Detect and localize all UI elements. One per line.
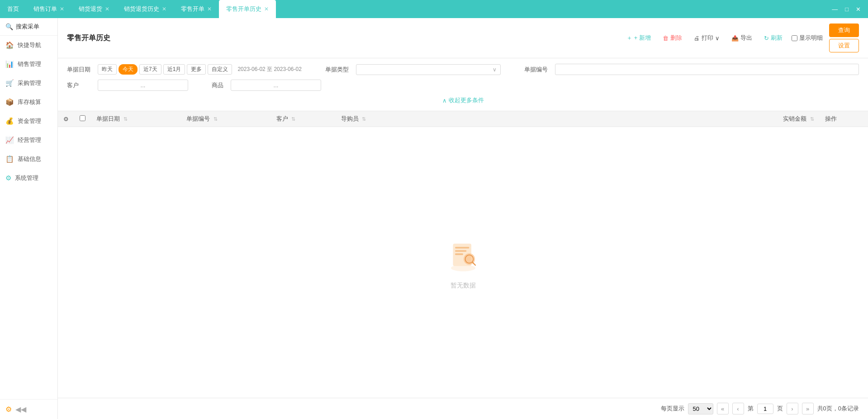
tab-sales-return-label: 销货退货 [79, 5, 102, 13]
print-button[interactable]: 🖨 打印 ∨ [691, 32, 722, 44]
goods-input[interactable]: ... [231, 80, 321, 91]
date-btn-today[interactable]: 今天 [119, 64, 138, 75]
th-action: 操作 [820, 111, 868, 127]
empty-state: 暂无数据 [58, 127, 868, 398]
number-sort-icon: ⇅ [213, 116, 218, 122]
prev-page-button[interactable]: ‹ [732, 403, 744, 414]
sidebar-item-quick-nav[interactable]: 🏠 快捷导航 [0, 36, 57, 55]
inventory-icon: 📦 [5, 98, 14, 106]
print-dropdown-icon: ∨ [715, 35, 720, 42]
table-header-row: ⚙ 单据日期 ⇅ 单据编号 ⇅ [58, 111, 868, 127]
svg-rect-3 [455, 250, 466, 252]
tab-sales-return-history-label: 销货退货历史 [124, 5, 159, 13]
per-page-select[interactable]: 50 10 20 100 [688, 403, 713, 414]
customer-input[interactable]: ... [98, 80, 188, 91]
sidebar-collapse-icon[interactable]: ◀◀ [15, 405, 26, 414]
sidebar-item-finance[interactable]: 💰 资金管理 [0, 112, 57, 131]
search-icon: 🔍 [5, 23, 13, 30]
delete-label: 删除 [670, 34, 682, 42]
refresh-label: 刷新 [771, 34, 783, 42]
tab-sales-return[interactable]: 销货退货 ✕ [71, 0, 117, 18]
query-button[interactable]: 查询 [829, 24, 859, 37]
date-btn-7days[interactable]: 近7天 [139, 64, 161, 75]
tab-sales-order[interactable]: 销售订单 ✕ [26, 0, 71, 18]
refresh-icon: ↻ [764, 35, 769, 42]
sales-icon: 📊 [5, 60, 14, 68]
th-number[interactable]: 单据编号 ⇅ [181, 111, 271, 127]
th-customer[interactable]: 客户 ⇅ [271, 111, 336, 127]
content-area: 零售开单历史 ＋ + 新增 🗑 删除 🖨 打印 ∨ 📤 导出 [58, 18, 868, 419]
sidebar-item-system[interactable]: ⚙ 系统管理 [0, 169, 57, 188]
collapse-label: 收起更多条件 [449, 96, 484, 104]
sidebar-item-inventory[interactable]: 📦 库存核算 [0, 93, 57, 112]
tab-home-label: 首页 [7, 5, 19, 13]
tab-list: 首页 销售订单 ✕ 销货退货 ✕ 销货退货历史 ✕ 零售开单 ✕ 零售开单历史 … [0, 0, 868, 18]
th-salesperson[interactable]: 导购员 ⇅ [336, 111, 413, 127]
add-button[interactable]: ＋ + 新增 [624, 32, 654, 44]
finance-icon: 💰 [5, 117, 14, 125]
export-button[interactable]: 📤 导出 [729, 32, 755, 44]
filter-row-more: 客户 ... 商品 ... [67, 80, 859, 91]
sidebar-bottom: ⚙ ◀◀ [0, 399, 57, 419]
svg-rect-2 [455, 247, 470, 249]
tab-retail-order[interactable]: 零售开单 ✕ [174, 0, 219, 18]
th-checkbox [74, 111, 91, 127]
tab-retail-order-history[interactable]: 零售开单历史 ✕ [219, 0, 276, 18]
sidebar: 🔍 搜索采单 🏠 快捷导航 📊 销售管理 🛒 采购管理 📦 库存核算 💰 资金管… [0, 18, 58, 419]
table-gear-icon[interactable]: ⚙ [63, 116, 69, 122]
refresh-button[interactable]: ↻ 刷新 [761, 32, 785, 44]
show-detail-checkbox[interactable] [792, 35, 797, 41]
tab-sales-return-history[interactable]: 销货退货历史 ✕ [117, 0, 174, 18]
tab-home[interactable]: 首页 [0, 0, 26, 18]
goods-label: 商品 [212, 81, 223, 89]
sidebar-item-purchase-label: 采购管理 [18, 79, 41, 87]
amount-sort-icon: ⇅ [810, 116, 814, 122]
page-prefix-label: 第 [748, 405, 754, 413]
sidebar-search[interactable]: 🔍 搜索采单 [0, 18, 57, 36]
th-customer-label: 客户 [276, 115, 288, 122]
tab-sales-order-close[interactable]: ✕ [60, 6, 64, 12]
window-min-btn[interactable]: — [832, 6, 838, 13]
th-date[interactable]: 单据日期 ⇅ [91, 111, 181, 127]
date-btn-custom[interactable]: 自定义 [208, 64, 232, 75]
select-all-checkbox[interactable] [80, 115, 85, 121]
sidebar-item-inventory-label: 库存核算 [18, 98, 41, 106]
tab-retail-order-close[interactable]: ✕ [207, 6, 212, 12]
filter-row-date: 单据日期 昨天 今天 近7天 近1月 更多 自定义 2023-06-02 至 2… [67, 64, 859, 75]
show-detail-label-text: 显示明细 [799, 34, 823, 42]
delete-button[interactable]: 🗑 删除 [660, 32, 685, 44]
sidebar-settings-icon[interactable]: ⚙ [5, 405, 12, 414]
collapse-button[interactable]: ∧ 收起更多条件 [67, 95, 859, 107]
sidebar-item-operations[interactable]: 📈 经营管理 [0, 131, 57, 150]
sidebar-item-system-label: 系统管理 [15, 174, 38, 182]
last-page-button[interactable]: » [802, 403, 814, 414]
date-btn-yesterday[interactable]: 昨天 [98, 64, 117, 75]
sidebar-item-quick-nav-label: 快捷导航 [18, 41, 41, 49]
window-max-btn[interactable]: □ [845, 6, 849, 13]
show-detail-toggle[interactable]: 显示明细 [792, 34, 823, 42]
window-close-btn[interactable]: ✕ [856, 6, 861, 13]
setting-button[interactable]: 设置 [829, 39, 859, 52]
sidebar-item-basic-info[interactable]: 📋 基础信息 [0, 150, 57, 169]
sidebar-search-label: 搜索采单 [16, 23, 39, 31]
sidebar-item-purchase[interactable]: 🛒 采购管理 [0, 74, 57, 93]
svg-line-7 [472, 262, 475, 265]
svg-rect-4 [455, 253, 463, 255]
tab-sales-return-close[interactable]: ✕ [105, 6, 109, 12]
system-icon: ⚙ [5, 174, 11, 182]
tab-retail-order-history-close[interactable]: ✕ [264, 6, 269, 12]
sidebar-item-sales[interactable]: 📊 销售管理 [0, 55, 57, 74]
th-amount[interactable]: 实销金额 ⇅ [730, 111, 820, 127]
first-page-button[interactable]: « [717, 403, 729, 414]
number-input[interactable] [555, 64, 859, 75]
date-range-text: 2023-06-02 至 2023-06-02 [237, 66, 301, 73]
page-input[interactable] [757, 404, 773, 414]
date-btn-more[interactable]: 更多 [187, 64, 206, 75]
customer-label: 客户 [67, 81, 92, 89]
next-page-button[interactable]: › [787, 403, 798, 414]
type-select[interactable]: ∨ [356, 64, 501, 75]
tab-sales-return-history-close[interactable]: ✕ [162, 6, 166, 12]
date-btn-1month[interactable]: 近1月 [163, 64, 185, 75]
data-table: ⚙ 单据日期 ⇅ 单据编号 ⇅ [58, 111, 868, 127]
salesperson-sort-icon: ⇅ [362, 116, 366, 122]
